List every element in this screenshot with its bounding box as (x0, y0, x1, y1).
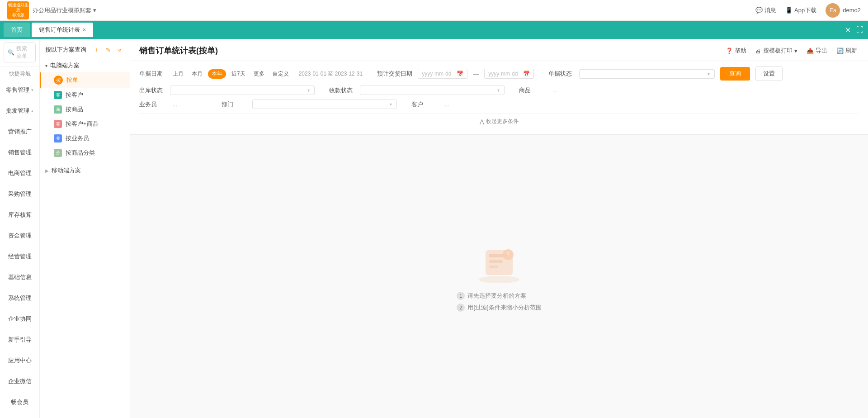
scheme-item-by-category-label: 按商品分类 (66, 149, 95, 157)
user-profile[interactable]: Ea demo2 (826, 3, 861, 18)
sidebar-item-ecommerce[interactable]: 电商管理 (0, 163, 39, 184)
scheme-edit-btn[interactable]: ✎ (104, 45, 113, 54)
help-btn[interactable]: ❓ 帮助 (724, 47, 748, 55)
scheme-item-by-salesperson[interactable]: 业 按业务员 (40, 131, 130, 146)
sidebar-item-sales-label: 销售管理 (8, 148, 32, 157)
scheme-group-desktop-header[interactable]: ▾ 电脑端方案 (40, 59, 130, 72)
sidebar-item-member[interactable]: 畅会员 (0, 392, 39, 413)
expected-date-start-placeholder: yyyy-mm-dd (422, 71, 451, 77)
customer-select-btn[interactable]: ... (442, 100, 452, 109)
scheme-item-by-customer[interactable]: 客 按客户 (40, 88, 130, 102)
app-selector[interactable]: 办公用品行业模拟账套 ▾ (33, 6, 96, 14)
search-area[interactable]: 🔍 搜索菜单 (0, 39, 39, 66)
svg-rect-4 (489, 266, 498, 268)
app-download-btn[interactable]: 📱 App下载 (785, 6, 816, 14)
sidebar-item-member-label: 畅会员 (11, 398, 28, 406)
sidebar-item-basic-label: 基础信息 (8, 273, 32, 281)
refresh-btn[interactable]: 🔄 刷新 (835, 47, 859, 55)
calendar-icon2: 📅 (523, 71, 530, 77)
search-icon: 🔍 (8, 49, 14, 56)
settings-btn[interactable]: 设置 (755, 66, 783, 81)
tab-home[interactable]: 首页 (4, 23, 30, 37)
tab-expand-btn[interactable]: ⛶ (855, 25, 864, 35)
department-select[interactable]: ▾ (252, 100, 397, 109)
status-label: 单据状态 (548, 70, 574, 78)
content-area: 按以下方案查询 + ✎ « ▾ 电脑端方案 按 按单 客 按客 (40, 39, 868, 418)
salesperson-select-btn[interactable]: ... (170, 100, 180, 109)
scheme-item-by-category[interactable]: 分 按商品分类 (40, 146, 130, 160)
delivery-status-label: 出库状态 (139, 86, 165, 95)
query-btn[interactable]: 查询 (720, 67, 750, 81)
scheme-item-by-customer-goods-label: 按客户+商品 (66, 120, 99, 128)
scheme-item-cat-icon: 分 (54, 149, 62, 157)
sidebar-item-appcenter[interactable]: 应用中心 (0, 350, 39, 371)
sidebar-item-inventory[interactable]: 库存核算 (0, 204, 39, 225)
empty-tips: 1 请先选择要分析的方案 2 用[过滤]条件来缩小分析范围 (457, 292, 541, 312)
scheme-panel-icons: + ✎ « (92, 45, 124, 54)
filter-row-3: 业务员 ... 部门 ▾ 客户 ... (139, 100, 859, 109)
scheme-add-btn[interactable]: + (92, 45, 101, 54)
sidebar-item-retail[interactable]: 零售管理 ▾ (0, 80, 39, 100)
sidebar-item-operations-label: 经营管理 (8, 252, 32, 261)
salesperson-label: 业务员 (139, 100, 165, 109)
right-panel: 销售订单统计表(按单) ❓ 帮助 🖨 按模板打印 ▾ 📤 导出 (130, 39, 868, 418)
collapse-bar: ⋀ 收起更多条件 (139, 114, 859, 129)
message-btn[interactable]: 💬 消息 (755, 6, 776, 14)
sidebar-item-finance[interactable]: 资金管理 (0, 225, 39, 246)
scheme-collapse-btn[interactable]: « (115, 45, 124, 54)
scheme-panel-title: 按以下方案查询 (45, 46, 86, 54)
date-btn-last-7[interactable]: 近7天 (229, 69, 248, 79)
app-dropdown-icon: ▾ (93, 7, 96, 14)
date-btn-group: 上月 本月 本年 近7天 更多 自定义 (170, 69, 292, 79)
search-bar[interactable]: 🔍 搜索菜单 (4, 43, 36, 62)
export-btn[interactable]: 📤 导出 (805, 47, 829, 55)
scheme-group-mobile[interactable]: ▶ 移动端方案 (40, 164, 130, 177)
sidebar-item-marketing[interactable]: 营销推广 (0, 121, 39, 142)
topbar-right: 💬 消息 📱 App下载 Ea demo2 (755, 3, 861, 18)
download-icon: 📱 (785, 7, 793, 14)
sidebar-item-system[interactable]: 系统管理 (0, 288, 39, 309)
page-title: 销售订单统计表(按单) (139, 45, 218, 56)
sidebar-item-ecommerce-label: 电商管理 (8, 169, 32, 177)
empty-tip-2: 2 用[过滤]条件来缩小分析范围 (457, 304, 541, 312)
template-print-btn[interactable]: 🖨 按模板打印 ▾ (754, 47, 799, 55)
delivery-status-select[interactable]: ▾ (170, 86, 315, 95)
date-btn-this-year[interactable]: 本年 (208, 69, 226, 79)
search-placeholder: 搜索菜单 (16, 45, 32, 60)
sidebar-item-newbie[interactable]: 新手引导 (0, 329, 39, 350)
goods-select-btn[interactable]: ... (550, 86, 560, 95)
date-btn-more[interactable]: 更多 (251, 69, 267, 79)
tab-close-btn[interactable]: × (83, 27, 86, 33)
sidebar-item-purchase[interactable]: 采购管理 (0, 184, 39, 204)
date-separator: — (473, 71, 479, 77)
tab-close-window-btn[interactable]: ✕ (844, 25, 852, 35)
sidebar-item-enterprise[interactable]: 企业协同 (0, 309, 39, 329)
scheme-item-by-customer-goods[interactable]: 客 按客户+商品 (40, 117, 130, 131)
sidebar-item-sales[interactable]: 销售管理 (0, 142, 39, 163)
sidebar-item-operations[interactable]: 经营管理 (0, 246, 39, 267)
sidebar-item-basic[interactable]: 基础信息 (0, 267, 39, 288)
status-select[interactable]: ▾ (579, 69, 715, 79)
sidebar-item-inventory-label: 库存核算 (8, 211, 32, 219)
expected-date-start[interactable]: yyyy-mm-dd 📅 (418, 69, 467, 79)
tab-active[interactable]: 销售订单统计表 × (32, 23, 93, 37)
logo: 畅捷通好生意 标准版 (7, 1, 29, 19)
expected-date-end[interactable]: yyyy-mm-dd 📅 (484, 69, 534, 79)
svg-point-0 (479, 276, 519, 283)
scheme-item-by-order[interactable]: 按 按单 (40, 72, 130, 88)
date-btn-custom[interactable]: 自定义 (270, 69, 292, 79)
svg-rect-3 (489, 260, 503, 263)
help-icon: ❓ (726, 48, 733, 54)
empty-illustration: ? (472, 241, 526, 286)
sidebar-item-finance-label: 资金管理 (8, 232, 32, 240)
scheme-item-goods-icon: 商 (54, 105, 62, 114)
chevron-right-icon: ▶ (45, 168, 49, 173)
sidebar-item-wechat[interactable]: 企业微信 (0, 371, 39, 392)
scheme-item-by-goods[interactable]: 商 按商品 (40, 102, 130, 117)
scheme-group-desktop: ▾ 电脑端方案 按 按单 客 按客户 商 按商品 客 按客户+商品 (40, 59, 130, 160)
date-btn-this-month[interactable]: 本月 (189, 69, 205, 79)
collapse-btn[interactable]: ⋀ 收起更多条件 (480, 118, 519, 125)
date-btn-last-month[interactable]: 上月 (170, 69, 186, 79)
sidebar-item-wholesale[interactable]: 批发管理 ▴ (0, 100, 39, 121)
payment-status-select[interactable]: ▾ (360, 86, 505, 95)
